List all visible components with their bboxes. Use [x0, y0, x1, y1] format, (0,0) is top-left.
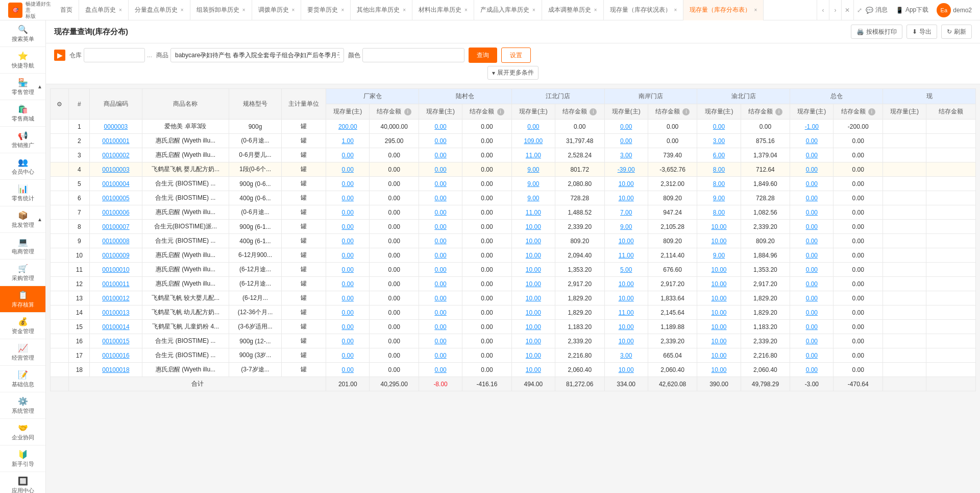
code-link[interactable]: 00100001: [102, 137, 129, 145]
total-qty-link[interactable]: -1.00: [805, 123, 819, 130]
code-link[interactable]: 00100009: [102, 252, 129, 259]
total-qty-link[interactable]: 0.00: [806, 252, 818, 259]
nankou-qty-link[interactable]: 11.00: [619, 252, 634, 259]
ludun-qty-link[interactable]: 0.00: [434, 166, 446, 173]
yubei-qty-link[interactable]: 10.00: [711, 295, 726, 302]
yubei-qty-link[interactable]: 10.00: [711, 352, 726, 359]
factory-qty-link[interactable]: 0.00: [342, 309, 354, 316]
factory-qty-link[interactable]: 0.00: [342, 152, 354, 159]
search-button[interactable]: 查询: [469, 48, 497, 63]
tab-close-stock-status[interactable]: ×: [674, 7, 677, 13]
tab-stocktake-single[interactable]: 盘点单历史×: [79, 0, 129, 20]
sidebar-item-inventory[interactable]: 📋 库存核算: [0, 286, 45, 313]
jiangbei-amt-info-icon[interactable]: i: [590, 108, 597, 115]
nankou-amt-info-icon[interactable]: i: [682, 108, 690, 115]
yubei-amt-info-icon[interactable]: i: [775, 108, 782, 115]
factory-qty-link[interactable]: 0.00: [342, 223, 354, 230]
nankou-qty-link[interactable]: 7.00: [620, 209, 632, 216]
sidebar-item-basic-info[interactable]: 📝 基础信息: [0, 366, 45, 392]
tab-order-history[interactable]: 要货单历史×: [301, 0, 351, 20]
export-btn[interactable]: ⬇ 导出: [906, 25, 937, 39]
sidebar-item-retail-mgmt[interactable]: 🏪 零售管理 ▲: [0, 74, 45, 100]
yubei-qty-link[interactable]: 10.00: [711, 280, 726, 288]
ludun-qty-link[interactable]: 0.00: [434, 137, 446, 145]
ludun-qty-link[interactable]: 0.00: [434, 266, 446, 273]
code-link[interactable]: 00100010: [102, 266, 129, 273]
ludun-qty-link[interactable]: 0.00: [434, 195, 446, 202]
code-link[interactable]: 00100013: [102, 309, 129, 316]
yubei-qty-link[interactable]: 8.00: [713, 209, 725, 216]
nankou-qty-link[interactable]: 9.00: [620, 223, 632, 230]
factory-qty-link[interactable]: 0.00: [342, 180, 354, 187]
ludun-qty-link[interactable]: 0.00: [434, 295, 446, 302]
ludun-qty-link[interactable]: 0.00: [434, 152, 446, 159]
jiangbei-qty-link[interactable]: 11.00: [526, 152, 541, 159]
sidebar-item-corp-collab[interactable]: 🤝 企业协同: [0, 419, 45, 445]
jiangbei-qty-link[interactable]: 10.00: [526, 223, 541, 230]
factory-qty-link[interactable]: 0.00: [342, 195, 354, 202]
tab-transfer[interactable]: 调拨单历史×: [252, 0, 302, 20]
jiangbei-qty-link[interactable]: 0.00: [527, 123, 539, 130]
jiangbei-qty-link[interactable]: 10.00: [526, 338, 541, 345]
code-link[interactable]: 00100015: [102, 338, 129, 345]
yubei-qty-link[interactable]: 10.00: [711, 266, 726, 273]
nankou-qty-link[interactable]: 10.00: [619, 338, 634, 345]
ludun-qty-link[interactable]: 0.00: [434, 323, 446, 331]
factory-qty-link[interactable]: 0.00: [342, 238, 354, 245]
yubei-qty-link[interactable]: 3.00: [713, 137, 725, 145]
yubei-qty-link[interactable]: 10.00: [711, 338, 726, 345]
ludun-qty-link[interactable]: 0.00: [434, 280, 446, 288]
factory-qty-link[interactable]: 0.00: [342, 280, 354, 288]
ludun-qty-link[interactable]: 0.00: [434, 209, 446, 216]
sidebar-item-member[interactable]: 👥 会员中心: [0, 153, 45, 180]
ludun-qty-link[interactable]: 0.00: [434, 252, 446, 259]
code-link[interactable]: 0000003: [104, 123, 128, 130]
factory-qty-link[interactable]: 0.00: [342, 352, 354, 359]
ludun-qty-link[interactable]: 0.00: [434, 309, 446, 316]
total-amt-info-icon[interactable]: i: [868, 108, 875, 115]
sidebar-item-marketing[interactable]: 📢 营销推广: [0, 127, 45, 153]
tab-nav-next[interactable]: ›: [829, 0, 841, 20]
app-download-btn[interactable]: 📱 App下载: [896, 6, 928, 14]
code-link[interactable]: 00100014: [102, 323, 129, 331]
yubei-qty-link[interactable]: 10.00: [711, 238, 726, 245]
code-link[interactable]: 00100003: [102, 166, 129, 173]
sidebar-item-system[interactable]: ⚙️ 系统管理: [0, 392, 45, 419]
tab-home[interactable]: 首页: [54, 0, 79, 20]
jiangbei-qty-link[interactable]: 9.00: [527, 195, 539, 202]
code-link[interactable]: 00100004: [102, 180, 129, 187]
total-qty-link[interactable]: 0.00: [806, 338, 818, 345]
tab-cost-adjust[interactable]: 成本调整单历史×: [542, 0, 604, 20]
filter-toggle-btn[interactable]: ▶: [54, 50, 65, 61]
factory-qty-link[interactable]: 200.00: [338, 123, 357, 130]
total-qty-link[interactable]: 0.00: [806, 295, 818, 302]
factory-qty-link[interactable]: 0.00: [342, 323, 354, 331]
nankou-qty-link[interactable]: 10.00: [619, 280, 634, 288]
yubei-qty-link[interactable]: 9.00: [713, 195, 725, 202]
yubei-qty-link[interactable]: 10.00: [711, 323, 726, 331]
tab-stock-status[interactable]: 现存量（库存状况表）×: [604, 0, 684, 20]
factory-qty-link[interactable]: 0.00: [342, 295, 354, 302]
tab-product-in[interactable]: 产成品入库单历史×: [474, 0, 542, 20]
sidebar-item-operations[interactable]: 📈 经营管理: [0, 339, 45, 366]
sidebar-item-wholesale[interactable]: 📦 批发管理 ▲: [0, 206, 45, 233]
nankou-qty-link[interactable]: 10.00: [619, 195, 634, 202]
code-link[interactable]: 00100016: [102, 352, 129, 359]
refresh-btn[interactable]: ↻ 刷新: [941, 25, 972, 39]
tab-assemble-split[interactable]: 组装拆卸单历史×: [190, 0, 252, 20]
tab-close-order-history[interactable]: ×: [341, 7, 344, 13]
tab-close-stocktake-single[interactable]: ×: [119, 7, 122, 13]
ludun-qty-link[interactable]: 0.00: [434, 366, 446, 373]
code-link[interactable]: 00100007: [102, 223, 129, 230]
jiangbei-qty-link[interactable]: 10.00: [526, 238, 541, 245]
sidebar-item-retail-stat[interactable]: 📊 零售统计: [0, 180, 45, 206]
warehouse-input[interactable]: [84, 48, 145, 62]
factory-qty-link[interactable]: 0.00: [342, 366, 354, 373]
factory-qty-link[interactable]: 0.00: [342, 338, 354, 345]
yubei-qty-link[interactable]: 10.00: [711, 223, 726, 230]
total-qty-link[interactable]: 0.00: [806, 366, 818, 373]
factory-qty-link[interactable]: 0.00: [342, 252, 354, 259]
expand-conditions-btn[interactable]: ▾ 展开更多条件: [487, 66, 538, 80]
tab-split-stocktake[interactable]: 分量盘点单历史×: [129, 0, 190, 20]
total-qty-link[interactable]: 0.00: [806, 223, 818, 230]
